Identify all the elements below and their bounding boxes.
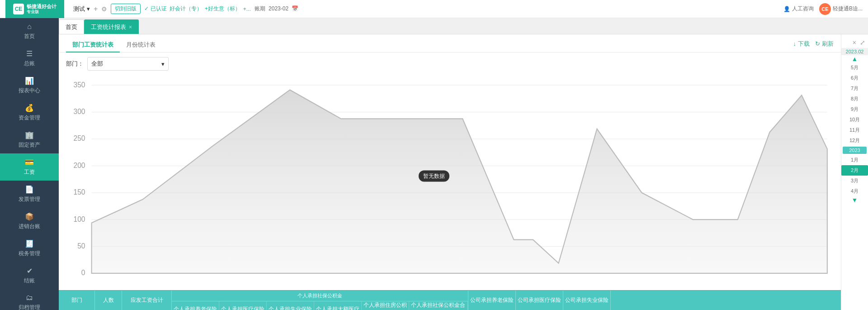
rp-month-5[interactable]: 5月 (841, 62, 868, 73)
ledger-icon: ☰ (26, 49, 33, 58)
col-personal-housing: 个人承担住房公积金 (362, 301, 409, 310)
sidebar-item-tax[interactable]: 🧾 税务管理 (0, 235, 59, 262)
tab-close-icon[interactable]: × (129, 24, 132, 30)
sub-tab-dept[interactable]: 部门工资统计表 (66, 38, 120, 52)
rp-month-1[interactable]: 1月 (841, 155, 868, 165)
invoice-icon: 📄 (25, 185, 34, 194)
sidebar-label-home: 首页 (24, 33, 35, 40)
col-salary-total: 应发工资合计 (122, 291, 172, 310)
download-icon: ↓ (793, 40, 797, 47)
svg-text:0: 0 (81, 269, 85, 277)
svg-text:100: 100 (74, 215, 85, 223)
svg-text:350: 350 (74, 81, 85, 88)
col-company-pension: 公司承担养老保险 (468, 291, 516, 310)
sub-tab-monthly[interactable]: 月份统计表 (120, 38, 162, 52)
sidebar-label-reports: 报表中心 (19, 87, 40, 95)
switch-btn[interactable]: 切到旧版 (111, 4, 141, 14)
rp-month-8[interactable]: 8月 (841, 94, 868, 104)
rp-month-12[interactable]: 12月 (841, 135, 868, 146)
sidebar: ⌂ 首页 ☰ 总账 📊 报表中心 💰 资金管理 🏢 固定资产 💳 工资 📄 发票… (0, 18, 59, 310)
rp-month-10[interactable]: 10月 (841, 114, 868, 125)
sidebar-item-salary[interactable]: 💳 工资 (0, 153, 59, 181)
rp-month-11[interactable]: 11月 (841, 125, 868, 135)
sidebar-item-invoice[interactable]: 📄 发票管理 (0, 181, 59, 208)
tab-home[interactable]: 首页 (59, 19, 84, 34)
sidebar-label-funds: 资金管理 (19, 114, 40, 122)
refresh-icon: ↻ (815, 40, 820, 47)
chart-svg: 350 300 250 200 150 100 50 0 (66, 75, 834, 290)
group-personal-cols: 个人承担养老保险 个人承担医疗保险 个人承担失业保险 个人承担大额医疗 (172, 301, 468, 310)
svg-text:250: 250 (74, 134, 85, 142)
svg-text:300: 300 (74, 108, 85, 115)
calendar-icon[interactable]: 📅 (292, 5, 298, 12)
company-selector[interactable]: 测试 ▾ (73, 5, 90, 13)
rp-year-2023: 2023 (843, 147, 867, 154)
sidebar-label-archive: 归档管理 (19, 304, 40, 310)
app-name: 畅捷通好会计 (27, 4, 57, 10)
rp-month-9[interactable]: 9月 (841, 104, 868, 114)
header-tags: ✓ 已认证 好会计（专） +好生意（标） +... (144, 5, 250, 13)
funds-icon: 💰 (25, 104, 34, 112)
col-personal-pension: 个人承担养老保险 (172, 301, 219, 310)
logo-icon: CE (13, 4, 24, 14)
sidebar-item-settle[interactable]: ✔ 结账 (0, 262, 59, 289)
sidebar-label-settle: 结账 (24, 277, 35, 285)
company-name: 测试 (73, 5, 85, 13)
rp-down-arrow[interactable]: ▼ (841, 196, 868, 204)
support-icon: 👤 (783, 6, 790, 12)
svg-text:200: 200 (74, 162, 85, 169)
col-personal-medical: 个人承担医疗保险 (219, 301, 267, 310)
rp-month-3[interactable]: 3月 (841, 176, 868, 186)
sidebar-item-home[interactable]: ⌂ 首页 (0, 18, 59, 45)
settle-icon: ✔ (27, 267, 33, 275)
user-profile[interactable]: CE 轻捷通B迫... (819, 3, 863, 15)
sidebar-label-assets: 固定资产 (19, 141, 40, 149)
home-icon: ⌂ (27, 23, 32, 31)
svg-text:150: 150 (74, 188, 85, 196)
tag-more: +... (243, 6, 251, 12)
dept-select[interactable]: 全部 ▾ (87, 57, 169, 71)
tag-certified: ✓ 已认证 (144, 5, 166, 13)
col-dept: 部门 (59, 291, 95, 310)
col-personal-total: 个人承担社保公积金合计 (409, 301, 468, 310)
chart-container: 350 300 250 200 150 100 50 0 (59, 75, 841, 290)
sidebar-item-assets[interactable]: 🏢 固定资产 (0, 126, 59, 153)
filter-label: 部门： (66, 60, 84, 68)
col-count: 人数 (95, 291, 122, 310)
sidebar-item-sales[interactable]: 📦 进销台账 (0, 208, 59, 235)
sidebar-item-archive[interactable]: 🗂 归档管理 (0, 289, 59, 310)
svg-text:50: 50 (77, 242, 85, 250)
salary-icon: 💳 (25, 158, 34, 167)
sidebar-label-salary: 工资 (24, 168, 35, 176)
support-btn[interactable]: 👤 人工咨询 (783, 5, 814, 13)
panel-expand-btn[interactable]: ⤢ (859, 38, 866, 47)
header-middle: 测试 ▾ + ⚙ 切到旧版 ✓ 已认证 好会计（专） +好生意（标） +... … (64, 4, 783, 14)
archive-icon: 🗂 (26, 294, 33, 302)
col-personal-major-medical: 个人承担大额医疗 (314, 301, 362, 310)
rp-month-7[interactable]: 7月 (841, 83, 868, 94)
download-btn[interactable]: ↓ 下载 (793, 40, 810, 48)
sidebar-item-ledger[interactable]: ☰ 总账 (0, 45, 59, 72)
group-personal-label: 个人承担社保公积金 (172, 291, 468, 301)
refresh-btn[interactable]: ↻ 刷新 (815, 40, 834, 48)
rp-up-arrow[interactable]: ▲ (841, 55, 868, 62)
col-personal-unemployment: 个人承担失业保险 (267, 301, 314, 310)
rp-month-4[interactable]: 4月 (841, 186, 868, 196)
rp-month-6[interactable]: 6月 (841, 73, 868, 83)
sidebar-item-funds[interactable]: 💰 资金管理 (0, 99, 59, 126)
avatar: CE (819, 3, 831, 15)
page-with-panel: 部门工资统计表 月份统计表 ↓ 下载 ↻ 刷新 (59, 34, 868, 310)
filter-bar: 部门： 全部 ▾ (59, 52, 841, 75)
add-icon[interactable]: + (94, 5, 98, 13)
sidebar-item-reports[interactable]: 📊 报表中心 (0, 72, 59, 99)
tab-salary-report[interactable]: 工资统计报表 × (84, 19, 139, 34)
window-controls: × ⤢ (841, 37, 868, 48)
panel-close-btn[interactable]: × (852, 38, 857, 47)
tax-icon: 🧾 (25, 239, 34, 248)
sub-tab-bar: 部门工资统计表 月份统计表 ↓ 下载 ↻ 刷新 (59, 34, 841, 52)
content-area: 首页 工资统计报表 × 部门工资统计表 月份统计表 (59, 18, 868, 310)
settings-icon[interactable]: ⚙ (101, 5, 107, 13)
table-footer: 部门 人数 应发工资合计 个人承担社保公积金 个人承担养老保险 (59, 290, 841, 310)
col-company-unemployment: 公司承担失业保险 (563, 291, 611, 310)
rp-month-2-active[interactable]: 2月 (841, 165, 868, 176)
